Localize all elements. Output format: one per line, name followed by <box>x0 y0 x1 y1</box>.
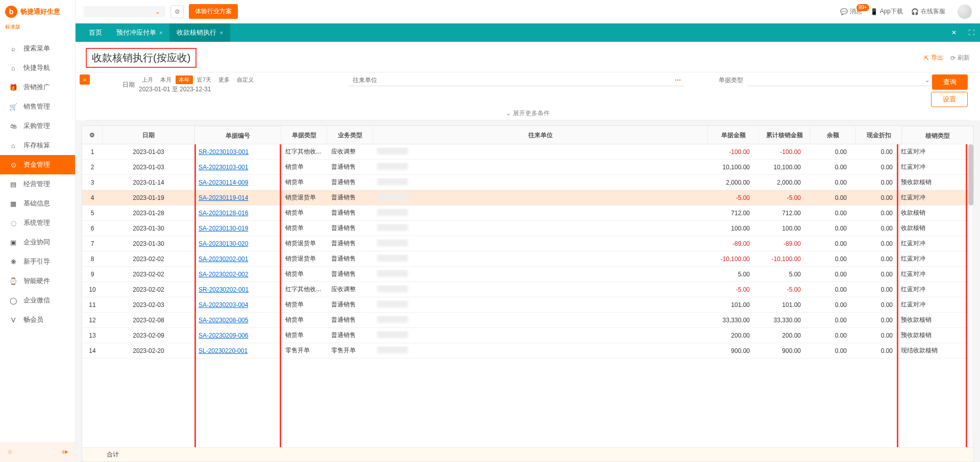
doc-link[interactable]: SA-20230202-002 <box>199 271 248 278</box>
doc-link[interactable]: SA-20230202-001 <box>199 255 248 263</box>
date-pill-5[interactable]: 自定义 <box>234 75 257 84</box>
cell-date: 2023-01-30 <box>103 225 194 232</box>
sidebar-item-8[interactable]: ▦基础信息 <box>0 194 75 213</box>
table-row[interactable]: 32023-01-14SA-20230114-009销货单普通销售2,000.0… <box>82 175 968 190</box>
col-doc-no[interactable]: 单据编号 <box>194 126 281 144</box>
col-doc-type[interactable]: 单据类型 <box>281 126 327 144</box>
tab-2[interactable]: 收款核销执行× <box>169 23 230 42</box>
vip-icon: V <box>9 316 17 324</box>
doc-link[interactable]: SA-20230128-016 <box>199 210 248 217</box>
industry-button[interactable]: 体验行业方案 <box>189 4 238 19</box>
table-row[interactable]: 62023-01-30SA-20230130-019销货单普通销售100.001… <box>82 221 968 236</box>
star-icon[interactable]: ☆ <box>7 448 13 455</box>
tab-0[interactable]: 首页 <box>82 23 109 42</box>
fullscreen-button[interactable]: ⛶ <box>963 23 980 42</box>
close-icon[interactable]: × <box>219 30 223 36</box>
col-settings-icon[interactable]: ⚙ <box>82 126 103 144</box>
col-date[interactable]: 日期 <box>103 126 194 144</box>
table-row[interactable]: 112023-02-03SA-20230203-004销货单普通销售101.00… <box>82 297 968 313</box>
doc-link[interactable]: SA-20230208-005 <box>199 317 248 324</box>
date-pill-0[interactable]: 上月 <box>139 75 156 84</box>
refresh-button[interactable]: ⟳ 刷新 <box>950 54 970 62</box>
col-biz-kind[interactable]: 业务类型 <box>327 126 373 144</box>
doc-link[interactable]: SA-20230130-019 <box>199 225 248 232</box>
messages-link[interactable]: 💬 消息 99+ <box>840 7 862 16</box>
table-row[interactable]: 92023-02-02SA-20230202-002销货单普通销售5.005.0… <box>82 267 968 282</box>
sidebar-item-6[interactable]: ⊙资金管理 <box>0 155 75 174</box>
scrollbar-track[interactable] <box>968 144 973 447</box>
cell-partner <box>373 178 703 187</box>
partner-input[interactable] <box>377 74 672 86</box>
sidebar-item-4[interactable]: 🛍采购管理 <box>0 116 75 136</box>
table-row[interactable]: 22023-01-03SA-20230103-001销货单普通销售10,100.… <box>82 160 968 175</box>
col-balance[interactable]: 余额 <box>810 126 856 144</box>
sidebar-item-13[interactable]: ◯企业微信 <box>0 291 75 310</box>
sound-icon[interactable]: 🕪 <box>62 448 68 455</box>
table-row[interactable]: 12023-01-03SR-20230103-001红字其他收...应收调整-1… <box>82 144 968 160</box>
online-service-link[interactable]: 🎧在线客服 <box>911 7 945 16</box>
doc-link[interactable]: SA-20230114-009 <box>199 179 248 186</box>
doctype-select[interactable]: ⌄ <box>747 74 931 86</box>
table-row[interactable]: 142023-02-20SL-20230220-001零售开单零售开单900.0… <box>82 343 968 358</box>
query-button[interactable]: 查询 <box>932 74 968 90</box>
cell-partner <box>373 346 703 355</box>
sidebar-item-label: 销售管理 <box>23 102 50 111</box>
app-download-link[interactable]: 📱App下载 <box>870 7 903 16</box>
date-pill-2[interactable]: 本年 <box>176 75 193 84</box>
export-button[interactable]: ⇱ 导出 <box>924 54 943 62</box>
table-row[interactable]: 72023-01-30SA-20230130-020销货退货单普通销售-89.0… <box>82 236 968 251</box>
doc-link[interactable]: SR-20230202-001 <box>199 286 249 293</box>
partner-more-icon[interactable]: ⋯ <box>672 76 684 84</box>
sidebar-item-5[interactable]: ⌂库存核算 <box>0 136 75 155</box>
avatar[interactable] <box>958 5 972 19</box>
tab-1[interactable]: 预付冲应付单× <box>109 23 169 42</box>
doc-link[interactable]: SA-20230119-014 <box>199 194 248 201</box>
col-cum-writeoff[interactable]: 累计核销金额 <box>759 126 810 144</box>
cell-doc-type: 销货单 <box>281 300 327 309</box>
cell-partner <box>373 224 703 233</box>
table-row[interactable]: 122023-02-08SA-20230208-005销货单普通销售33,330… <box>82 313 968 328</box>
sidebar-item-7[interactable]: ▤经营管理 <box>0 174 75 194</box>
sidebar-item-3[interactable]: 🛒销售管理 <box>0 97 75 116</box>
table-row[interactable]: 52023-01-28SA-20230128-016销货单普通销售712.007… <box>82 206 968 221</box>
close-tab-button[interactable]: ✕ <box>945 23 963 42</box>
company-select[interactable]: ⌄ <box>84 6 165 17</box>
sidebar-item-14[interactable]: V畅会员 <box>0 310 75 329</box>
sidebar-item-label: 采购管理 <box>23 121 50 131</box>
sidebar-item-9[interactable]: ◌系统管理 <box>0 213 75 233</box>
cell-cum: -89.00 <box>754 240 805 247</box>
sidebar-item-1[interactable]: ⌂快捷导航 <box>0 58 75 78</box>
scrollbar-thumb[interactable] <box>968 144 973 206</box>
sidebar-item-11[interactable]: ❋新手引导 <box>0 252 75 271</box>
cell-doc-type: 销货退货单 <box>281 239 327 248</box>
doc-link[interactable]: SA-20230130-020 <box>199 240 248 247</box>
table-row[interactable]: 82023-02-02SA-20230202-001销货退货单普通销售-10,1… <box>82 251 968 267</box>
col-amount[interactable]: 单据金额 <box>708 126 759 144</box>
sidebar-item-12[interactable]: ⌚智能硬件 <box>0 271 75 291</box>
doc-link[interactable]: SA-20230103-001 <box>199 164 248 171</box>
col-writeoff-type[interactable]: 核销类型 <box>902 126 973 144</box>
date-pill-4[interactable]: 更多 <box>215 75 233 84</box>
collapse-filter-button[interactable]: » <box>80 74 90 85</box>
sidebar-item-2[interactable]: 🎁营销推广 <box>0 78 75 97</box>
cell-partner <box>373 147 703 156</box>
col-partner[interactable]: 往来单位 <box>373 126 708 144</box>
doc-link[interactable]: SR-20230103-001 <box>199 148 249 156</box>
date-pill-1[interactable]: 本月 <box>157 75 175 84</box>
sidebar-item-10[interactable]: ▣企业协同 <box>0 233 75 252</box>
doc-link[interactable]: SA-20230209-006 <box>199 332 248 339</box>
settings-icon[interactable]: ⚙ <box>170 5 184 18</box>
table-row[interactable]: 102023-02-02SR-20230202-001红字其他收...应收调整-… <box>82 282 968 297</box>
cell-doc-no: SA-20230202-001 <box>194 255 281 263</box>
table-row[interactable]: 132023-02-09SA-20230209-006销货单普通销售200.00… <box>82 328 968 343</box>
doc-link[interactable]: SA-20230203-004 <box>199 301 248 309</box>
sidebar-item-0[interactable]: ⌕搜索菜单 <box>0 39 75 58</box>
date-pill-3[interactable]: 近7天 <box>194 75 214 84</box>
col-cash-discount[interactable]: 现金折扣 <box>856 126 902 144</box>
close-icon[interactable]: × <box>159 30 162 36</box>
doc-link[interactable]: SL-20230220-001 <box>199 347 248 354</box>
expand-conditions[interactable]: ⌄ 展开更多条件 <box>86 107 970 120</box>
table-row[interactable]: 42023-01-19SA-20230119-014销货退货单普通销售-5.00… <box>82 190 968 206</box>
cell-writeoff-type: 红蓝对冲 <box>897 300 968 309</box>
settings-button[interactable]: 设置 <box>931 92 968 107</box>
